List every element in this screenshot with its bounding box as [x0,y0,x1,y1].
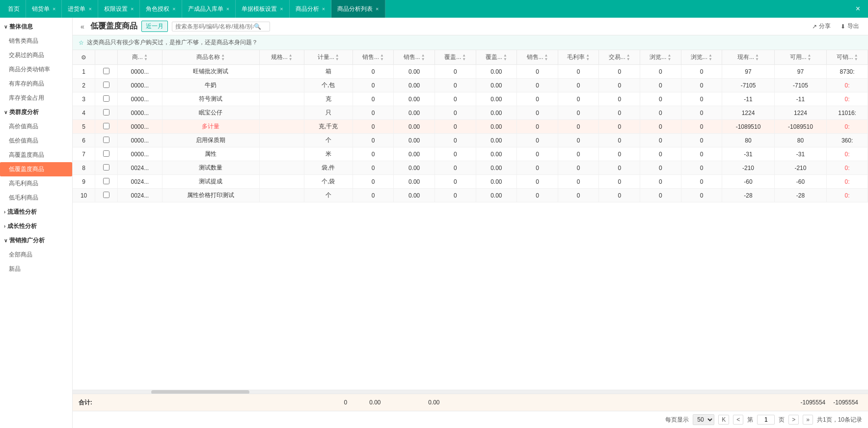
page-number-input[interactable] [757,415,775,425]
row-checkbox[interactable] [103,137,109,143]
prev-page-button[interactable]: < [733,415,743,425]
code-col-header[interactable]: 商...▲▼ [117,50,162,65]
sidebar-group-marketing[interactable]: ∨ 营销推广分析 [0,233,72,248]
period-button[interactable]: 近一月 [141,21,168,32]
window-close-button[interactable]: × [850,4,866,13]
table-cell[interactable] [95,92,118,106]
row-checkbox[interactable] [103,150,109,157]
name-col-header[interactable]: 商品名称▲▼ [162,50,259,65]
first-page-button[interactable]: K [718,415,729,425]
coverage-qty-col-header[interactable]: 覆盖...▲▼ [434,50,476,65]
sidebar-item-high-coverage[interactable]: 高覆盖度商品 [0,148,72,162]
spec-col-header[interactable]: 规格...▲▼ [259,50,304,65]
table-cell[interactable]: 0 [640,106,681,120]
search-icon[interactable]: 🔍 [254,23,261,30]
table-cell[interactable]: 0 [640,175,681,189]
nav-tab-permission[interactable]: 权限设置 × [98,0,140,18]
nav-tab-production[interactable]: 产成品入库单 × [182,0,236,18]
sales-amt-col-header[interactable]: 销售...▲▼ [394,50,435,65]
browse1-col-header[interactable]: 浏览...▲▼ [640,50,681,65]
unit-col-header[interactable]: 计量...▲▼ [304,50,353,65]
nav-tab-analysis-list[interactable]: 商品分析列表 × [331,0,385,18]
close-icon[interactable]: × [172,6,175,12]
sales-days-col-header[interactable]: 销售...▲▼ [517,50,558,65]
browse-link[interactable]: 0 [659,96,662,103]
row-checkbox[interactable] [103,192,109,198]
search-input[interactable] [175,23,254,30]
table-cell[interactable] [95,65,118,79]
row-checkbox[interactable] [103,68,109,74]
collapse-button[interactable]: « [79,22,86,31]
browse-link[interactable]: 0 [659,137,662,144]
sidebar-item-stocked-goods[interactable]: 有库存的商品 [0,77,72,91]
available-col-header[interactable]: 可用...▲▼ [774,50,826,65]
horizontal-scrollbar[interactable] [73,390,868,394]
row-checkbox[interactable] [103,164,109,171]
table-cell[interactable]: 0 [640,120,681,134]
export-button[interactable]: ⬇ 导出 [838,21,862,31]
table-cell[interactable]: 0 [640,65,681,79]
browse-link[interactable]: 0 [659,68,662,75]
row-checkbox[interactable] [103,95,109,102]
nav-tab-purchase[interactable]: 进货单 × [62,0,98,18]
close-icon[interactable]: × [88,6,91,12]
nav-tab-sales[interactable]: 销货单 × [26,0,62,18]
table-cell[interactable]: 0 [640,134,681,147]
sidebar-group-cluster[interactable]: ∨ 类群度分析 [0,105,72,119]
browse-link[interactable]: 0 [659,82,662,89]
gross-margin-col-header[interactable]: 毛利率▲▼ [558,50,599,65]
nav-tab-analysis[interactable]: 商品分析 × [290,0,331,18]
sidebar-item-stock-capital[interactable]: 库存资金占用 [0,91,72,105]
table-cell[interactable] [95,147,118,161]
table-cell[interactable] [95,189,118,202]
table-cell[interactable]: 0 [640,79,681,92]
sidebar-item-low-coverage[interactable]: 低覆盖度商品 [0,162,72,176]
nav-tab-template[interactable]: 单据模板设置 × [236,0,289,18]
current-stock-col-header[interactable]: 现有...▲▼ [722,50,774,65]
row-checkbox[interactable] [103,123,109,129]
sidebar-group-growth[interactable]: › 成长性分析 [0,219,72,233]
sidebar-item-sales-goods[interactable]: 销售类商品 [0,34,72,48]
close-icon[interactable]: × [226,6,229,12]
table-cell[interactable]: 0 [640,161,681,175]
sidebar-item-category-rate[interactable]: 商品分类动销率 [0,62,72,77]
browse-link[interactable]: 0 [659,192,662,199]
table-cell[interactable] [95,120,118,134]
table-cell[interactable] [95,79,118,92]
sidebar-item-high-value[interactable]: 高价值商品 [0,119,72,134]
sidebar-item-all-goods[interactable]: 全部商品 [0,248,72,262]
browse-link[interactable]: 0 [659,151,662,158]
close-icon[interactable]: × [53,6,55,12]
sidebar-item-traded-goods[interactable]: 交易过的商品 [0,48,72,62]
sidebar-item-low-value[interactable]: 低价值商品 [0,134,72,148]
table-cell[interactable]: 0 [640,92,681,106]
row-checkbox[interactable] [103,82,109,88]
share-button[interactable]: ↗ 分享 [809,21,834,31]
coverage-rate-col-header[interactable]: 覆盖...▲▼ [476,50,517,65]
trade-col-header[interactable]: 交易...▲▼ [599,50,640,65]
sidebar-item-high-margin[interactable]: 高毛利商品 [0,176,72,191]
sellable-col-header[interactable]: 可销...▲▼ [827,50,868,65]
browse-link[interactable]: 0 [659,165,662,171]
close-icon[interactable]: × [322,6,325,12]
nav-tab-home[interactable]: 首页 [2,0,26,18]
table-wrapper[interactable]: ⚙ 商...▲▼ 商品名称▲▼ 规格...▲▼ 计量...▲▼ 销售...▲▼ … [73,50,868,390]
table-cell[interactable] [95,106,118,120]
sidebar-item-new-goods[interactable]: 新品 [0,262,72,276]
sidebar-group-liquidity[interactable]: › 流通性分析 [0,205,72,219]
table-cell[interactable]: 0 [640,147,681,161]
nav-tab-role[interactable]: 角色授权 × [140,0,182,18]
last-page-button[interactable]: » [803,415,813,425]
browse-link[interactable]: 0 [659,123,662,130]
table-cell[interactable] [95,175,118,189]
sales-qty-col-header[interactable]: 销售...▲▼ [353,50,394,65]
close-icon[interactable]: × [131,6,134,12]
table-cell[interactable] [95,134,118,147]
browse-link[interactable]: 0 [659,178,662,185]
row-checkbox[interactable] [103,109,109,115]
settings-col-header[interactable]: ⚙ [73,50,95,65]
next-page-button[interactable]: > [788,415,799,425]
page-size-select[interactable]: 50 [693,414,714,425]
close-icon[interactable]: × [280,6,283,12]
browse-link[interactable]: 0 [659,110,662,116]
